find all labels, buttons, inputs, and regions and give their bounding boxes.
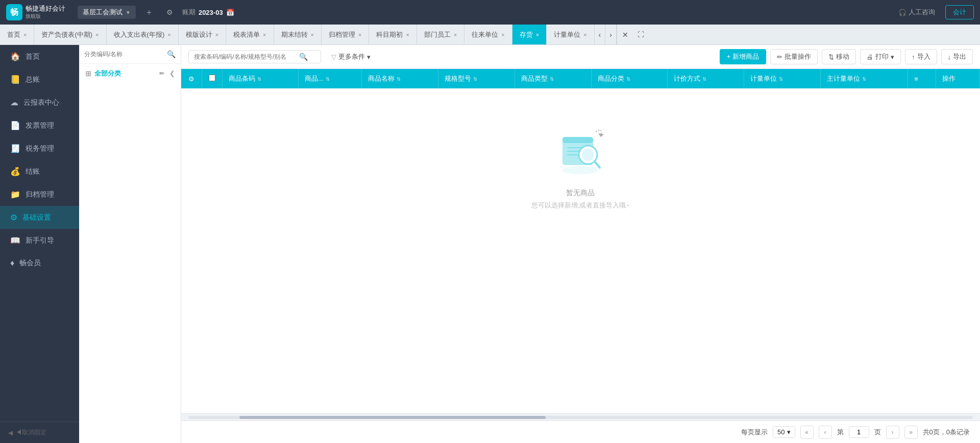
calendar-icon[interactable]: 📅 xyxy=(226,9,234,16)
sidebar-item-closing[interactable]: 💰 结账 xyxy=(0,160,79,183)
logo-area: 畅 畅捷通好会计 旗舰版 xyxy=(6,4,72,20)
sidebar-item-tax[interactable]: 🧾 税务管理 xyxy=(0,137,79,160)
edit-category-icon[interactable]: ✏ xyxy=(159,70,164,77)
tab-expand-button[interactable]: ⛶ xyxy=(633,25,648,44)
export-button[interactable]: ↓ 导出 xyxy=(941,49,973,64)
first-page-button[interactable]: « xyxy=(800,426,814,439)
tab-balance-close[interactable]: × xyxy=(95,32,99,38)
sidebar-item-invoice[interactable]: 📄 发票管理 xyxy=(0,114,79,137)
tab-inventory-close[interactable]: × xyxy=(536,32,539,38)
th-unit[interactable]: 计量单位⇅ xyxy=(744,69,821,88)
company-selector[interactable]: 基层工会测试 ▼ xyxy=(78,6,136,19)
sidebar-invoice-label: 发票管理 xyxy=(26,121,54,130)
settings-icon[interactable]: ⚙ xyxy=(162,6,177,18)
right-content: 🔍 ▽ 更多条件 ▾ + 新增商品 ✏ 批量操作 ⇅ xyxy=(181,45,980,443)
page-number-input[interactable] xyxy=(849,426,869,438)
next-page-button[interactable]: › xyxy=(886,426,899,439)
pin-label: ◀取消固定 xyxy=(16,428,46,437)
th-settings[interactable]: ⚙ xyxy=(181,69,202,88)
search-input[interactable] xyxy=(194,53,296,60)
tab-home-close[interactable]: × xyxy=(23,32,27,38)
tab-template[interactable]: 模版设计 × xyxy=(179,25,226,44)
category-search-area: 🔍 xyxy=(79,45,181,64)
tab-unit[interactable]: 计量单位 × xyxy=(547,25,594,44)
help-button[interactable]: 🎧 人工咨询 xyxy=(893,6,940,19)
app-edition: 旗舰版 xyxy=(26,13,65,20)
category-all-label[interactable]: 全部分类 xyxy=(94,69,121,78)
tab-archive-close[interactable]: × xyxy=(358,32,361,38)
category-search-input[interactable] xyxy=(84,51,164,58)
sidebar-pin-button[interactable]: ◀ ◀取消固定 xyxy=(0,422,79,443)
tab-tax-close[interactable]: × xyxy=(263,32,266,38)
th-main-unit[interactable]: 主计量单位⇅ xyxy=(820,69,908,88)
prev-page-button[interactable]: ‹ xyxy=(819,426,832,439)
account-button[interactable]: 会计 xyxy=(945,5,974,19)
tab-subject-close[interactable]: × xyxy=(406,32,409,38)
th-name[interactable]: 商品名称⇅ xyxy=(362,69,438,88)
tab-balance-sheet[interactable]: 资产负债表(中期) × xyxy=(34,25,106,44)
tab-period-close-btn[interactable]: × xyxy=(311,32,314,38)
tab-template-close[interactable]: × xyxy=(215,32,218,38)
tab-close-all-button[interactable]: ✕ xyxy=(617,25,633,44)
sidebar-item-member[interactable]: ♦ 畅会员 xyxy=(0,252,79,274)
sidebar-item-archive[interactable]: 📁 归档管理 xyxy=(0,183,79,206)
page-size-select[interactable]: 50 ▾ xyxy=(773,426,795,438)
tab-period-close[interactable]: 期末结转 × xyxy=(274,25,322,44)
tab-subject[interactable]: 科目期初 × xyxy=(369,25,416,44)
tab-balance-label: 资产负债表(中期) xyxy=(41,30,92,39)
sidebar-cloud-label: 云报表中心 xyxy=(23,98,59,107)
th-action: 操作 xyxy=(936,69,980,88)
sidebar-closing-label: 结账 xyxy=(26,167,40,176)
collapse-panel-icon[interactable]: ❮ xyxy=(169,70,175,77)
period-value: 2023-03 xyxy=(199,9,223,16)
th-price-method[interactable]: 计价方式⇅ xyxy=(668,69,744,88)
add-product-button[interactable]: + 新增商品 xyxy=(720,49,766,64)
tab-income[interactable]: 收入支出表(年报) × xyxy=(107,25,179,44)
app-logo-icon: 畅 xyxy=(6,4,22,20)
th-checkbox[interactable] xyxy=(202,69,222,88)
scroll-thumb[interactable] xyxy=(239,416,546,419)
sidebar-item-cloud[interactable]: ☁ 云报表中心 xyxy=(0,91,79,114)
scroll-track[interactable] xyxy=(188,416,973,419)
th-type[interactable]: 商品类型⇅ xyxy=(514,69,591,88)
page-text: 第 xyxy=(837,428,844,437)
tab-dept[interactable]: 部门员工 × xyxy=(417,25,464,44)
select-all-checkbox[interactable] xyxy=(209,75,215,81)
th-spec[interactable]: 规格型号⇅ xyxy=(438,69,515,88)
ledger-icon: 📒 xyxy=(10,75,20,84)
batch-operation-button[interactable]: ✏ 批量操作 xyxy=(770,49,818,64)
tab-contacts-close[interactable]: × xyxy=(501,32,504,38)
import-button[interactable]: ↑ 导入 xyxy=(905,49,937,64)
tab-dept-close[interactable]: × xyxy=(454,32,457,38)
tab-inventory[interactable]: 存货 × xyxy=(512,25,547,44)
category-search-icon[interactable]: 🔍 xyxy=(167,50,176,58)
last-page-button[interactable]: » xyxy=(904,426,918,439)
print-button[interactable]: 🖨 打印 ▾ xyxy=(860,49,901,64)
tab-contacts[interactable]: 往来单位 × xyxy=(464,25,512,44)
tab-prev-button[interactable]: ‹ xyxy=(595,25,606,44)
tab-tax[interactable]: 税表清单 × xyxy=(226,25,274,44)
sidebar-guide-label: 新手引导 xyxy=(26,236,54,245)
th-code[interactable]: 商品...⇅ xyxy=(299,69,362,88)
filter-button[interactable]: ▽ 更多条件 ▾ xyxy=(326,50,376,63)
tab-archive[interactable]: 归档管理 × xyxy=(322,25,369,44)
move-button[interactable]: ⇅ 移动 xyxy=(822,49,856,64)
search-icon[interactable]: 🔍 xyxy=(299,53,308,61)
app-name-area: 畅捷通好会计 旗舰版 xyxy=(26,5,65,20)
tab-unit-close[interactable]: × xyxy=(583,32,586,38)
th-category[interactable]: 商品分类⇅ xyxy=(591,69,668,88)
th-barcode[interactable]: 商品条码⇅ xyxy=(222,69,299,88)
sidebar-item-settings[interactable]: ⚙ 基础设置 xyxy=(0,206,79,229)
tab-unit-label: 计量单位 xyxy=(554,30,580,39)
sidebar-item-guide[interactable]: 📖 新手引导 xyxy=(0,229,79,252)
tab-tax-label: 税表清单 xyxy=(233,30,260,39)
archive-icon: 📁 xyxy=(10,190,20,199)
sidebar-item-home[interactable]: 🏠 首页 xyxy=(0,45,79,68)
add-tab-button[interactable]: ＋ xyxy=(141,5,157,20)
th-extra[interactable]: ≡ xyxy=(908,69,936,88)
tab-next-button[interactable]: › xyxy=(605,25,617,44)
tab-home[interactable]: 首页 × xyxy=(0,25,34,44)
tab-income-close[interactable]: × xyxy=(167,32,170,38)
sidebar-item-ledger[interactable]: 📒 总账 xyxy=(0,68,79,91)
filter-label: 更多条件 xyxy=(338,52,365,61)
